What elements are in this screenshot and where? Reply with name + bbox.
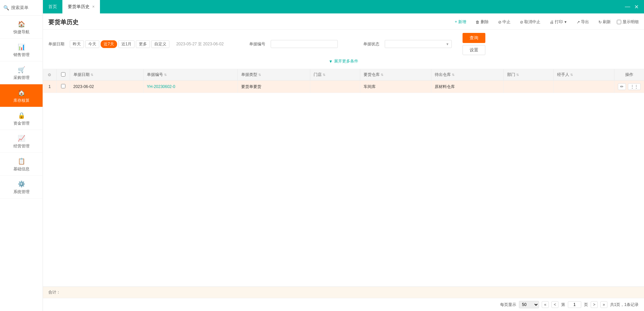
setting-button[interactable]: 设置 [463,45,485,55]
sidebar-item-sales[interactable]: 📊 销售管理 [0,39,43,61]
tab-home-label: 首页 [48,4,57,10]
th-store-inner[interactable]: 门店 ⇅ [314,72,357,78]
sidebar-search-label: 搜索菜单 [11,5,29,11]
date-btn-more[interactable]: 更多 [136,40,150,48]
chart-icon: 📊 [18,43,25,51]
table-area: ⚙ 单据日期 ⇅ 单据编号 [43,69,644,286]
td-handler [554,81,614,93]
sidebar-item-label: 采购管理 [13,75,30,81]
search-icon: 🔍 [3,5,9,10]
date-btn-custom[interactable]: 自定义 [151,40,169,48]
th-req-warehouse-inner[interactable]: 要货仓库 ⇅ [364,72,428,78]
sort-pending-warehouse-icon[interactable]: ⇅ [452,73,454,77]
table-footer: 合计： [43,286,644,298]
th-date: 单据日期 ⇅ [70,69,143,81]
row-edit-btn[interactable]: ✏ [618,83,626,90]
sidebar-item-purchase[interactable]: 🛒 采购管理 [0,61,43,84]
th-department-inner[interactable]: 部门 ⇅ [507,72,550,78]
sort-date-icon[interactable]: ⇅ [91,73,93,77]
operations-icon: 📈 [18,135,25,142]
doc-number-label: 单据编号 [249,41,265,47]
delete-button[interactable]: 🗑 删除 [472,17,492,27]
expand-more-btn[interactable]: ▼ 展开更多条件 [48,57,639,65]
next-page-btn[interactable]: > [591,301,598,308]
refresh-button[interactable]: ↻ 刷新 [595,17,614,27]
query-button[interactable]: 查询 [463,33,485,43]
print-dropdown-icon: ▼ [564,20,567,24]
th-pending-warehouse-inner[interactable]: 待出仓库 ⇅ [435,72,500,78]
th-pending-warehouse: 待出仓库 ⇅ [431,69,504,81]
cart-icon: 🛒 [18,66,25,74]
stop-icon: ⊘ [498,20,501,25]
page-header: 要货单历史 + 新增 🗑 删除 ⊘ 中止 ⊘ 取消中止 🖨 打印 [43,13,644,30]
tab-close-icon[interactable]: × [92,4,95,9]
table-settings-icon[interactable]: ⚙ [48,73,51,77]
sort-department-icon[interactable]: ⇅ [516,73,519,77]
content: 要货单历史 + 新增 🗑 删除 ⊘ 中止 ⊘ 取消中止 🖨 打印 [43,13,644,311]
cancel-stop-icon: ⊘ [520,20,523,25]
sidebar-item-inventory[interactable]: 🏠 库存核算 [0,84,43,107]
sidebar-item-system[interactable]: ⚙️ 系统管理 [0,176,43,198]
sort-handler-icon[interactable]: ⇅ [570,73,573,77]
page-number-input[interactable] [568,301,581,308]
th-settings: ⚙ [43,69,56,81]
sidebar-search[interactable]: 🔍 搜索菜单 [0,0,43,16]
sort-doc-type-icon[interactable]: ⇅ [258,73,261,77]
table-row: 1 2023-06-02 YH-20230602-0 要货单要货 车间库 原材料… [43,81,644,93]
sidebar-item-label: 资金管理 [13,121,30,126]
page-size-select[interactable]: 10 20 50 100 [519,301,539,308]
td-req-warehouse: 车间库 [360,81,431,93]
minimize-icon[interactable]: — [625,4,630,10]
page-input-label: 第 [561,302,565,308]
warehouse-icon: 🏠 [18,89,25,96]
sidebar-item-quick-nav[interactable]: 🏠 快捷导航 [0,16,43,39]
sort-req-warehouse-icon[interactable]: ⇅ [381,73,383,77]
topbar: 首页 要货单历史 × — ✕ [43,0,644,13]
refresh-icon: ↻ [598,20,602,25]
doc-status-input[interactable] [385,40,452,48]
print-button[interactable]: 🖨 打印 ▼ [546,17,571,27]
date-btn-today[interactable]: 今天 [85,40,99,48]
row-more-btn[interactable]: ⋮⋮ [628,83,641,90]
stop-button[interactable]: ⊘ 中止 [495,17,514,27]
sidebar-item-label: 销售管理 [13,52,30,58]
export-button[interactable]: ↗ 导出 [573,17,592,27]
display-detail-input[interactable] [617,20,621,24]
display-detail-checkbox[interactable]: 显示明细 [617,19,639,25]
th-doc-type: 单据类型 ⇅ [238,69,310,81]
cancel-stop-button[interactable]: ⊘ 取消中止 [517,17,544,27]
print-icon: 🖨 [550,20,554,25]
page-title: 要货单历史 [48,18,78,26]
doc-number-link[interactable]: YH-20230602-0 [147,84,175,89]
th-doc-type-inner[interactable]: 单据类型 ⇅ [241,72,307,78]
doc-icon: 📋 [18,158,25,165]
sidebar-item-label: 库存核算 [13,98,30,103]
sidebar-item-basic-info[interactable]: 📋 基础信息 [0,153,43,176]
date-btn-yesterday[interactable]: 昨天 [70,40,84,48]
date-filter-buttons: 昨天 今天 近7天 近1月 更多 自定义 [70,40,169,48]
td-store [310,81,360,93]
last-page-btn[interactable]: » [600,301,607,308]
doc-number-input[interactable] [271,40,338,48]
prev-page-btn[interactable]: < [551,301,558,308]
page-unit: 页 [584,302,588,308]
new-button[interactable]: + 新增 [451,17,470,27]
sort-doc-number-icon[interactable]: ⇅ [164,73,167,77]
sidebar-item-label: 经营管理 [13,143,30,149]
tab-home[interactable]: 首页 [43,0,62,13]
row-checkbox[interactable] [61,84,65,88]
td-department [504,81,554,93]
sidebar-item-operations[interactable]: 📈 经营管理 [0,130,43,153]
select-all-checkbox[interactable] [61,72,65,77]
th-handler-inner[interactable]: 经手人 ⇅ [557,72,611,78]
date-btn-1month[interactable]: 近1月 [118,40,135,48]
sidebar-item-finance[interactable]: 🔒 资金管理 [0,107,43,130]
td-row-checkbox [56,81,70,93]
th-date-inner[interactable]: 单据日期 ⇅ [73,72,140,78]
close-window-icon[interactable]: ✕ [634,4,639,10]
tab-requisition-history[interactable]: 要货单历史 × [62,0,100,13]
th-doc-number-inner[interactable]: 单据编号 ⇅ [147,72,234,78]
date-btn-7days[interactable]: 近7天 [101,40,117,48]
sort-store-icon[interactable]: ⇅ [323,73,325,77]
first-page-btn[interactable]: « [542,301,549,308]
